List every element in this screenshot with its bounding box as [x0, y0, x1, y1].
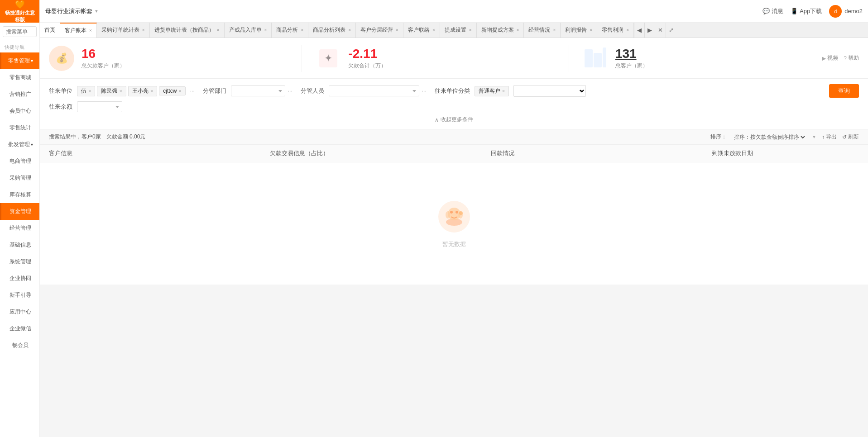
tab-3[interactable]: 进货单统计表（按商品）×	[150, 23, 225, 38]
sidebar-item-14[interactable]: 新手引导	[0, 287, 39, 304]
topbar: 母婴行业演示帐套 ▼ 💬 消息 📱 App下载 d demo2	[40, 0, 868, 23]
table-wrap: 客户信息欠款交易信息（占比）回款情况到期未放款日期 暂无	[40, 145, 868, 285]
export-button[interactable]: ↑ 导出	[822, 133, 837, 141]
collapse-button[interactable]: ∧ 收起更多条件	[435, 116, 473, 124]
stat-value-customers: 16	[82, 47, 125, 61]
sidebar-item-8[interactable]: 库存核算	[0, 186, 39, 203]
unit-tag-remove-2[interactable]: ×	[150, 88, 153, 94]
tab-13[interactable]: 零售利润×	[597, 23, 634, 38]
tab-close-2[interactable]: ×	[142, 28, 145, 33]
person-filter-label: 分管人员	[301, 87, 324, 95]
tab-label-1: 客户账本	[65, 27, 86, 34]
empty-text: 暂无数据	[442, 240, 466, 248]
tab-0[interactable]: 首页	[40, 23, 60, 38]
dept-filter-label: 分管部门	[203, 87, 226, 95]
tab-close-6[interactable]: ×	[348, 28, 351, 33]
classify-filter-label: 往来单位分类	[435, 87, 470, 95]
table-col-3: 到期未放款日期	[712, 149, 859, 157]
tab-label-5: 商品分析	[276, 26, 298, 34]
tab-close-8[interactable]: ×	[432, 28, 435, 33]
unit-tag-3: cjttcw×	[159, 86, 185, 95]
svg-point-11	[450, 211, 453, 214]
unit-tag-remove-3[interactable]: ×	[178, 88, 181, 94]
tab-close-11[interactable]: ×	[553, 28, 556, 33]
tab-8[interactable]: 客户联络×	[403, 23, 440, 38]
app-download-button[interactable]: 📱 App下载	[791, 7, 822, 15]
sidebar-item-10[interactable]: 经营管理	[0, 220, 39, 237]
sidebar-item-12[interactable]: 系统管理	[0, 253, 39, 270]
sidebar-item-2[interactable]: 营销推广	[0, 86, 39, 103]
help-link[interactable]: ? 帮助	[844, 54, 859, 62]
tab-close-1[interactable]: ×	[89, 28, 92, 33]
tab-label-11: 经营情况	[528, 26, 550, 34]
sidebar-item-13[interactable]: 企业协同	[0, 270, 39, 287]
query-button[interactable]: 查询	[829, 84, 859, 98]
tab-close-13[interactable]: ×	[626, 28, 629, 33]
tab-close-12[interactable]: ×	[590, 28, 592, 33]
balance-select[interactable]	[77, 101, 122, 112]
classify-tag-remove-0[interactable]: ×	[502, 88, 505, 94]
sidebar-item-1[interactable]: 零售商城	[0, 69, 39, 86]
user-menu[interactable]: d demo2	[829, 5, 863, 18]
result-amount-text: 欠款金额 0.00元	[106, 133, 146, 141]
stat-icon-2: ✦	[316, 46, 341, 71]
more-tags-btn[interactable]: ···	[190, 88, 195, 94]
tab-close-3[interactable]: ×	[217, 28, 220, 33]
table-col-0: 客户信息	[49, 149, 270, 157]
tab-9[interactable]: 提成设置×	[440, 23, 477, 38]
sidebar-item-4[interactable]: 零售统计	[0, 119, 39, 136]
unit-tag-remove-1[interactable]: ×	[119, 88, 122, 94]
unit-tag-remove-0[interactable]: ×	[88, 88, 91, 94]
tab-2[interactable]: 采购订单统计表×	[97, 23, 150, 38]
question-icon: ?	[844, 55, 847, 62]
tab-close-4[interactable]: ×	[264, 28, 267, 33]
chevron-down-icon: ▼	[812, 134, 816, 139]
sidebar-item-7[interactable]: 采购管理	[0, 170, 39, 186]
stat-label-customers: 总欠款客户（家）	[82, 62, 125, 70]
sidebar-item-15[interactable]: 应用中心	[0, 304, 39, 320]
sidebar-item-11[interactable]: 基础信息	[0, 237, 39, 253]
message-button[interactable]: 💬 消息	[762, 7, 783, 15]
sidebar-item-5[interactable]: 批发管理▾	[0, 136, 39, 153]
stat-block-amount: ✦ -2.11 欠款合计（万）	[316, 46, 555, 71]
sidebar-item-3[interactable]: 会员中心	[0, 103, 39, 119]
sidebar-item-16[interactable]: 企业微信	[0, 320, 39, 337]
sidebar-item-17[interactable]: 畅会员	[0, 337, 39, 354]
dept-select[interactable]	[231, 86, 285, 96]
classify-select[interactable]	[513, 85, 586, 97]
tab-expand-button[interactable]: ⤢	[666, 23, 676, 38]
person-select[interactable]	[329, 86, 419, 96]
filter-row-1: 往来单位 伍×陈民强×王小亮×cjttcw× ··· 分管部门 ··· 分管人员…	[49, 84, 859, 98]
refresh-icon: ↺	[842, 134, 847, 140]
tab-11[interactable]: 经营情况×	[524, 23, 561, 38]
tab-close-9[interactable]: ×	[469, 28, 472, 33]
sort-label: 排序：	[710, 133, 727, 141]
video-link[interactable]: ▶ 视频	[822, 54, 838, 62]
tab-7[interactable]: 客户分层经营×	[356, 23, 403, 38]
tab-label-3: 进货单统计表（按商品）	[154, 26, 214, 34]
tab-close-7[interactable]: ×	[396, 28, 398, 33]
filter-area: 往来单位 伍×陈民强×王小亮×cjttcw× ··· 分管部门 ··· 分管人员…	[40, 79, 868, 129]
search-input[interactable]	[3, 26, 37, 37]
refresh-button[interactable]: ↺ 刷新	[842, 133, 859, 141]
sort-select[interactable]: 排序：按欠款金额倒序排序	[732, 133, 806, 141]
tab-6[interactable]: 商品分析列表×	[308, 23, 356, 38]
sidebar-item-0[interactable]: 零售管理▾	[0, 52, 39, 69]
sidebar-item-6[interactable]: 电商管理	[0, 153, 39, 170]
unit-tag-1: 陈民强×	[97, 86, 126, 96]
tab-1[interactable]: 客户账本×	[60, 23, 97, 38]
phone-icon: 📱	[791, 8, 798, 14]
tab-prev-button[interactable]: ◀	[634, 23, 644, 38]
tab-next-button[interactable]: ▶	[644, 23, 655, 38]
tab-close-10[interactable]: ×	[517, 28, 519, 33]
tab-close-5[interactable]: ×	[301, 28, 303, 33]
tab-4[interactable]: 产成品入库单×	[225, 23, 272, 38]
sidebar-item-9[interactable]: 资金管理	[0, 203, 39, 220]
tab-5[interactable]: 商品分析×	[272, 23, 308, 38]
tab-close-all-button[interactable]: ✕	[655, 23, 666, 38]
play-icon: ▶	[822, 55, 826, 62]
unit-tag-0: 伍×	[77, 86, 95, 96]
tab-10[interactable]: 新增提成方案×	[477, 23, 524, 38]
tab-12[interactable]: 利润报告×	[561, 23, 597, 38]
industry-selector[interactable]: 母婴行业演示帐套 ▼	[45, 7, 99, 15]
